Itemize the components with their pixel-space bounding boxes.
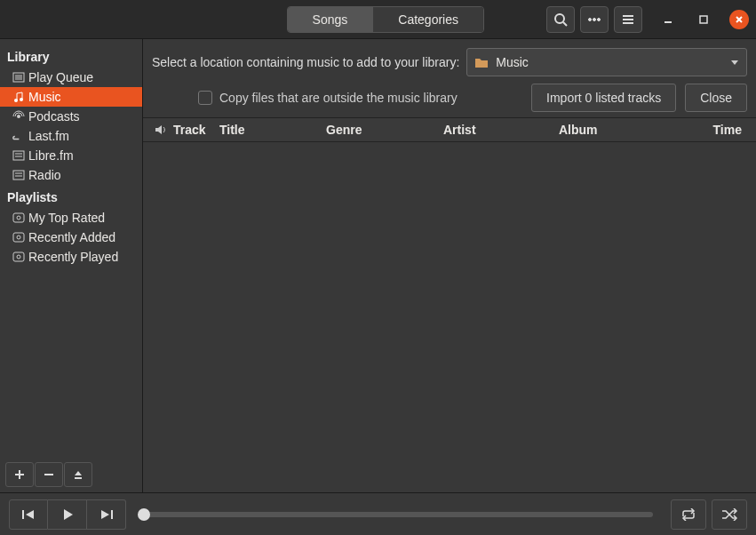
remove-playlist-button[interactable] xyxy=(35,462,63,487)
svg-rect-9 xyxy=(700,16,707,23)
svg-rect-28 xyxy=(13,233,24,242)
sidebar-item-lastfm[interactable]: ᓚ Last.fm xyxy=(0,126,142,146)
playbar-right xyxy=(671,499,747,530)
sidebar-item-label: Music xyxy=(28,90,61,104)
close-button[interactable]: Close xyxy=(685,84,747,112)
sidebar-item-recently-added[interactable]: Recently Added xyxy=(0,228,142,247)
main-split: Library Play Queue Music Podcasts ᓚ Last… xyxy=(0,39,756,492)
play-button[interactable] xyxy=(48,499,87,530)
next-button[interactable] xyxy=(87,499,126,530)
svg-rect-43 xyxy=(111,510,113,519)
column-volume[interactable] xyxy=(148,124,173,136)
menu-button[interactable] xyxy=(614,6,642,33)
podcast-icon xyxy=(12,110,25,123)
sidebar-item-radio[interactable]: Radio xyxy=(0,165,142,185)
lastfm-icon: ᓚ xyxy=(12,130,25,142)
sidebar: Library Play Queue Music Podcasts ᓚ Last… xyxy=(0,39,143,492)
svg-marker-38 xyxy=(155,125,162,134)
sidebar-item-label: Play Queue xyxy=(28,70,93,84)
librefm-icon xyxy=(12,149,25,162)
previous-button[interactable] xyxy=(9,499,48,530)
svg-rect-23 xyxy=(13,171,24,180)
svg-point-17 xyxy=(20,98,23,101)
copy-files-checkbox[interactable] xyxy=(198,91,212,105)
svg-marker-40 xyxy=(26,510,34,519)
shuffle-icon xyxy=(721,508,737,521)
eject-icon xyxy=(73,469,84,480)
sidebar-item-recently-played[interactable]: Recently Played xyxy=(0,247,142,267)
svg-marker-42 xyxy=(101,510,109,519)
sidebar-item-podcasts[interactable]: Podcasts xyxy=(0,107,142,126)
add-playlist-button[interactable] xyxy=(5,462,34,487)
sidebar-item-label: Libre.fm xyxy=(28,148,74,163)
sidebar-item-label: Recently Added xyxy=(28,230,115,244)
svg-rect-36 xyxy=(75,477,82,479)
playlist-icon xyxy=(12,212,25,224)
column-track[interactable]: Track xyxy=(173,123,219,137)
svg-text:ᓚ: ᓚ xyxy=(12,132,20,141)
svg-rect-39 xyxy=(22,510,24,519)
tab-categories[interactable]: Categories xyxy=(373,7,483,32)
music-icon xyxy=(12,91,25,103)
playlist-icon xyxy=(12,231,25,244)
svg-point-29 xyxy=(17,236,20,239)
search-button[interactable] xyxy=(546,6,575,33)
progress-slider[interactable] xyxy=(144,512,653,517)
playlist-icon xyxy=(12,251,25,263)
sidebar-item-label: Recently Played xyxy=(28,250,118,264)
folder-icon xyxy=(474,56,489,68)
svg-marker-41 xyxy=(64,509,73,520)
svg-line-1 xyxy=(563,22,567,26)
minus-icon xyxy=(44,469,54,480)
play-icon xyxy=(61,508,74,521)
svg-point-27 xyxy=(17,216,20,220)
column-time[interactable]: Time xyxy=(690,123,751,137)
svg-marker-35 xyxy=(75,471,82,475)
svg-point-0 xyxy=(555,14,564,23)
more-button[interactable] xyxy=(580,6,609,33)
hamburger-icon xyxy=(621,12,635,27)
column-album[interactable]: Album xyxy=(559,123,690,137)
plus-icon xyxy=(14,469,25,480)
more-icon xyxy=(587,12,601,27)
location-value: Music xyxy=(496,55,529,69)
column-title[interactable]: Title xyxy=(219,123,326,137)
import-button[interactable]: Import 0 listed tracks xyxy=(531,84,676,112)
svg-rect-20 xyxy=(13,151,24,160)
window-maximize-button[interactable] xyxy=(694,10,713,29)
sidebar-actions xyxy=(0,457,142,492)
sidebar-item-librefm[interactable]: Libre.fm xyxy=(0,146,142,165)
progress-knob[interactable] xyxy=(138,508,150,521)
minimize-icon xyxy=(663,14,673,25)
location-row: Select a location containing music to ad… xyxy=(152,48,747,76)
library-header: Library xyxy=(0,44,142,68)
titlebar: Songs Categories xyxy=(0,0,756,39)
playback-controls xyxy=(9,499,126,530)
svg-point-3 xyxy=(593,18,596,20)
window-close-button[interactable] xyxy=(729,10,749,29)
column-artist[interactable]: Artist xyxy=(443,123,559,137)
svg-point-2 xyxy=(589,18,592,20)
window-minimize-button[interactable] xyxy=(658,10,678,29)
sidebar-item-play-queue[interactable]: Play Queue xyxy=(0,68,142,87)
speaker-icon xyxy=(155,124,167,136)
content: Select a location containing music to ad… xyxy=(143,39,756,492)
svg-point-18 xyxy=(17,115,20,118)
location-prompt: Select a location containing music to ad… xyxy=(152,55,459,69)
sidebar-item-top-rated[interactable]: My Top Rated xyxy=(0,208,142,228)
location-dropdown[interactable]: Music xyxy=(466,48,747,76)
previous-icon xyxy=(21,508,36,521)
tab-songs[interactable]: Songs xyxy=(288,7,374,32)
radio-icon xyxy=(12,169,25,181)
sidebar-item-music[interactable]: Music xyxy=(0,87,142,107)
track-list xyxy=(143,142,756,492)
eject-button[interactable] xyxy=(64,462,92,487)
svg-point-4 xyxy=(598,18,601,20)
repeat-button[interactable] xyxy=(671,499,706,530)
column-genre[interactable]: Genre xyxy=(326,123,443,137)
maximize-icon xyxy=(698,14,709,25)
shuffle-button[interactable] xyxy=(712,499,747,530)
svg-marker-37 xyxy=(731,60,738,65)
svg-point-31 xyxy=(17,255,20,259)
svg-rect-26 xyxy=(13,213,24,222)
